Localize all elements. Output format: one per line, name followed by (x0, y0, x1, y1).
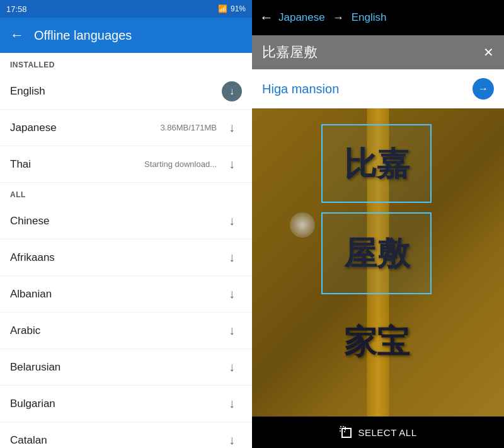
list-item[interactable]: Belarusian ↓ (0, 349, 252, 386)
list-item[interactable]: Japanese 3.86MB/171MB ↓ (0, 110, 252, 146)
installed-section-header: INSTALLED (0, 53, 252, 73)
app-header: ← Offline languages (0, 18, 252, 53)
dot-overlay (290, 212, 315, 238)
item-right: 3.86MB/171MB ↓ (160, 118, 242, 138)
select-all-button[interactable]: SELECT ALL (339, 425, 416, 439)
list-item[interactable]: Bulgarian ↓ (0, 386, 252, 422)
translation-result: Higa mansion → (252, 69, 504, 108)
language-name: Arabic (10, 325, 40, 337)
language-name: Catalan (10, 434, 47, 447)
download-icon[interactable]: ↓ (222, 211, 242, 231)
selection-box-1 (321, 124, 432, 203)
language-name: Belarusian (10, 361, 60, 374)
source-text: 比嘉屋敷 (262, 43, 318, 62)
status-bar: 17:58 📶 91% (0, 0, 252, 18)
back-button[interactable]: ← (10, 27, 24, 43)
language-name: Albanian (10, 288, 52, 301)
download-status: Starting download... (144, 159, 217, 169)
source-language[interactable]: Japanese (278, 11, 325, 24)
translated-text: Higa mansion (262, 82, 339, 96)
download-icon[interactable]: ↓ (222, 394, 242, 414)
close-button[interactable]: ✕ (483, 45, 494, 60)
list-item[interactable]: Chinese ↓ (0, 203, 252, 239)
svg-rect-0 (342, 428, 351, 437)
select-all-label: SELECT ALL (358, 427, 416, 438)
download-icon[interactable]: ↓ (222, 118, 242, 138)
select-all-icon (339, 425, 353, 439)
languages-list: INSTALLED English ↓ Japanese 3.86MB/171M… (0, 53, 252, 448)
language-name: Japanese (10, 122, 57, 134)
download-icon[interactable]: ↓ (222, 430, 242, 449)
language-name: Bulgarian (10, 398, 55, 410)
bottom-bar: SELECT ALL (252, 416, 504, 448)
download-icon[interactable]: ↓ (222, 248, 242, 268)
download-icon[interactable]: ↓ (222, 321, 242, 341)
status-icons: 📶 91% (218, 4, 246, 13)
target-language[interactable]: English (352, 11, 387, 24)
source-text-bar: 比嘉屋敷 ✕ (252, 35, 504, 69)
selection-box-2 (321, 212, 432, 294)
time: 17:58 (6, 4, 27, 14)
kanji-group-3: 家宝 (328, 307, 425, 376)
list-item[interactable]: Thai Starting download... ↓ (0, 146, 252, 183)
navigate-forward-button[interactable]: → (472, 78, 494, 100)
battery-icon: 91% (231, 4, 246, 13)
right-back-button[interactable]: ← (260, 9, 273, 26)
item-right: ↓ (222, 81, 242, 101)
list-item[interactable]: Arabic ↓ (0, 313, 252, 349)
translator-header: ← Japanese → English (252, 0, 504, 35)
item-right: Starting download... ↓ (144, 154, 242, 175)
download-icon[interactable]: ↓ (222, 284, 242, 304)
language-name: Chinese (10, 215, 49, 227)
language-name: Afrikaans (10, 251, 55, 264)
installed-check-icon: ↓ (222, 81, 242, 101)
download-icon[interactable]: ↓ (222, 154, 242, 175)
language-name: English (10, 85, 45, 98)
translation-box: 比嘉屋敷 ✕ Higa mansion → (252, 35, 504, 108)
language-name: Thai (10, 158, 31, 171)
download-icon[interactable]: ↓ (222, 357, 242, 377)
language-arrow-icon: → (333, 11, 344, 25)
camera-view: 比嘉 屋敷 家宝 (252, 108, 504, 416)
kanji-text-3: 家宝 (344, 325, 410, 358)
list-item[interactable]: Catalan ↓ (0, 422, 252, 448)
right-panel: ← Japanese → English 比嘉屋敷 ✕ Higa mansion… (252, 0, 504, 448)
download-size: 3.86MB/171MB (160, 123, 217, 132)
list-item[interactable]: Afrikaans ↓ (0, 239, 252, 276)
camera-background: 比嘉 屋敷 家宝 (252, 108, 504, 416)
list-item[interactable]: English ↓ (0, 73, 252, 110)
left-panel: 17:58 📶 91% ← Offline languages INSTALLE… (0, 0, 252, 448)
page-title: Offline languages (34, 28, 132, 43)
all-section-header: ALL (0, 183, 252, 203)
wifi-icon: 📶 (218, 4, 227, 13)
list-item[interactable]: Albanian ↓ (0, 276, 252, 313)
